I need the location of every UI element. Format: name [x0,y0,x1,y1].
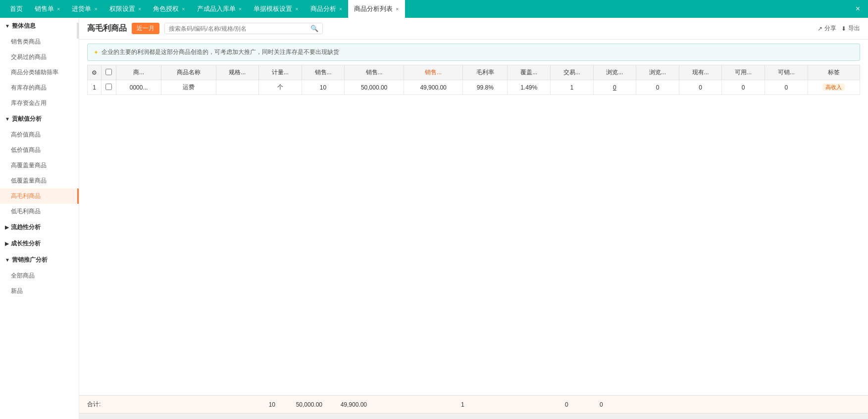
nav-role-permission[interactable]: 角色授权 × [147,0,191,18]
content-area: 高毛利商品 近一月 🔍 ↗ 分享 ⬇ 导出 ✦ 企业的主要的利润都是这部分商品创… [79,18,868,419]
product-table: ⚙ 商... 商品名称 规格... 计量... [87,65,860,95]
close-product-analysis[interactable]: × [339,6,342,12]
sidebar-item-stock-capital[interactable]: 库存资金占用 [0,95,79,111]
th-coverage[interactable]: 覆盖... [508,65,551,80]
cell-name: 运费 [161,80,216,95]
overall-info-arrow: ▼ [5,23,10,29]
th-name[interactable]: 商品名称 [161,65,216,80]
search-icon[interactable]: 🔍 [310,25,318,32]
close-purchase-order[interactable]: × [94,6,97,12]
th-sales-amount[interactable]: 销售... [345,65,404,80]
th-sales-cost[interactable]: 销售... [404,65,463,80]
sidebar-item-low-sales-volume[interactable]: 低覆盖量商品 [0,173,79,188]
cell-current-stock: 0 [679,80,722,95]
sidebar: ◀ ▼ 整体信息 销售类商品 交易过的商品 商品分类辅助筛率 有库存的商品 库存… [0,18,79,419]
th-saleable[interactable]: 可销... [765,65,808,80]
th-available[interactable]: 可用... [722,65,765,80]
footer-sales-amount: 50,000.00 [287,401,331,408]
close-product-analysis-list[interactable]: × [396,6,399,12]
row-checkbox[interactable] [105,84,112,90]
nav-permission-settings[interactable]: 权限设置 × [103,0,147,18]
main-layout: ◀ ▼ 整体信息 销售类商品 交易过的商品 商品分类辅助筛率 有库存的商品 库存… [0,18,868,419]
footer-sales-cost: 49,900.00 [331,401,376,408]
footer-transactions: 1 [445,401,480,408]
th-margin-rate[interactable]: 毛利率 [463,65,508,80]
th-settings[interactable]: ⚙ [88,65,102,80]
sidebar-group-marketing-analysis[interactable]: ▼ 营销推广分析 [0,252,79,268]
nav-product-entry[interactable]: 产成品入库单 × [191,0,248,18]
cell-sales-cost: 49,900.00 [404,80,463,95]
share-button[interactable]: ↗ 分享 [817,24,836,33]
footer-available: 0 [584,401,618,408]
sidebar-group-finance-analysis[interactable]: ▼ 贡献值分析 [0,111,79,127]
table-wrapper[interactable]: ⚙ 商... 商品名称 规格... 计量... [87,65,860,395]
close-sales-order[interactable]: × [57,6,60,12]
export-button[interactable]: ⬇ 导出 [841,24,860,33]
sidebar-group-growth-analysis[interactable]: ▶ 成长性分析 [0,235,79,252]
th-checkbox[interactable] [102,65,116,80]
th-unit[interactable]: 计量... [259,65,302,80]
footer-cells: 10 50,000.00 49,900.00 1 0 0 [110,401,860,408]
bottom-scrollbar[interactable] [79,413,868,419]
marketing-analysis-arrow: ▼ [5,257,10,263]
select-all-checkbox[interactable] [105,69,112,75]
window-close-button[interactable]: × [852,4,864,13]
footer-label: 合计: [87,400,101,409]
nav-sales-order[interactable]: 销售单 × [29,0,66,18]
sidebar-item-conversion-rate[interactable]: 商品分类辅助筛率 [0,65,79,80]
th-spec[interactable]: 规格... [216,65,259,80]
content-header: 高毛利商品 近一月 🔍 ↗ 分享 ⬇ 导出 [79,18,868,40]
close-product-entry[interactable]: × [239,6,242,12]
sidebar-item-traded-goods[interactable]: 交易过的商品 [0,49,79,65]
cell-saleable: 0 [765,80,808,95]
th-current-stock[interactable]: 现有... [679,65,722,80]
footer-current-stock: 0 [549,401,584,408]
info-star-icon: ✦ [94,49,99,56]
sidebar-item-high-value[interactable]: 高价值商品 [0,127,79,142]
th-tag[interactable]: 标签 [808,65,860,80]
cell-transactions: 1 [550,80,593,95]
close-permission-settings[interactable]: × [138,6,141,12]
table-footer: 合计: 10 50,000.00 49,900.00 1 0 0 [79,395,868,413]
share-icon: ↗ [817,25,822,32]
cell-coverage: 1.49% [508,80,551,95]
cell-check[interactable] [102,80,116,95]
sidebar-item-high-sales-volume[interactable]: 高覆盖量商品 [0,158,79,173]
sidebar-item-all-goods[interactable]: 全部商品 [0,268,79,283]
cell-spec [216,80,259,95]
th-browse1[interactable]: 浏览... [593,65,636,80]
cell-sales-amount: 50,000.00 [345,80,404,95]
cell-margin-rate: 99.8% [463,80,508,95]
sidebar-item-low-value[interactable]: 低价值商品 [0,142,79,158]
sidebar-item-high-margin[interactable]: 高毛利商品 [0,188,79,204]
cell-sales-qty: 10 [302,80,345,95]
th-code[interactable]: 商... [116,65,161,80]
th-transactions[interactable]: 交易... [550,65,593,80]
cell-browse2: 0 [636,80,679,95]
sidebar-item-in-stock[interactable]: 有库存的商品 [0,80,79,95]
nav-product-analysis[interactable]: 商品分析 × [305,0,348,18]
close-template-settings[interactable]: × [295,6,298,12]
sidebar-item-low-margin[interactable]: 低毛利商品 [0,204,79,219]
search-input[interactable] [169,25,310,32]
sidebar-item-new-goods[interactable]: 新品 [0,283,79,299]
sidebar-item-sales-ranking[interactable]: 销售类商品 [0,34,79,49]
nav-home[interactable]: 首页 [4,0,29,18]
sidebar-group-trend-analysis[interactable]: ▶ 流趋性分析 [0,219,79,235]
cell-code: 0000... [116,80,161,95]
sidebar-group-overall-info[interactable]: ▼ 整体信息 [0,18,79,34]
th-sales-qty[interactable]: 销售... [302,65,345,80]
cell-tag: 高收入 [808,80,860,95]
filter-last-month-button[interactable]: 近一月 [132,23,159,34]
cell-available: 0 [722,80,765,95]
th-browse2[interactable]: 浏览... [636,65,679,80]
export-icon: ⬇ [841,25,846,32]
close-role-permission[interactable]: × [182,6,185,12]
table-row: 1 0000... 运费 个 10 50,000.00 49,900.00 99… [88,80,860,95]
footer-sales-qty: 10 [257,401,287,408]
growth-analysis-arrow: ▶ [5,241,9,246]
cell-unit: 个 [259,80,302,95]
nav-purchase-order[interactable]: 进货单 × [66,0,103,18]
nav-template-settings[interactable]: 单据模板设置 × [248,0,304,18]
nav-product-analysis-list[interactable]: 商品分析列表 × [348,0,405,18]
